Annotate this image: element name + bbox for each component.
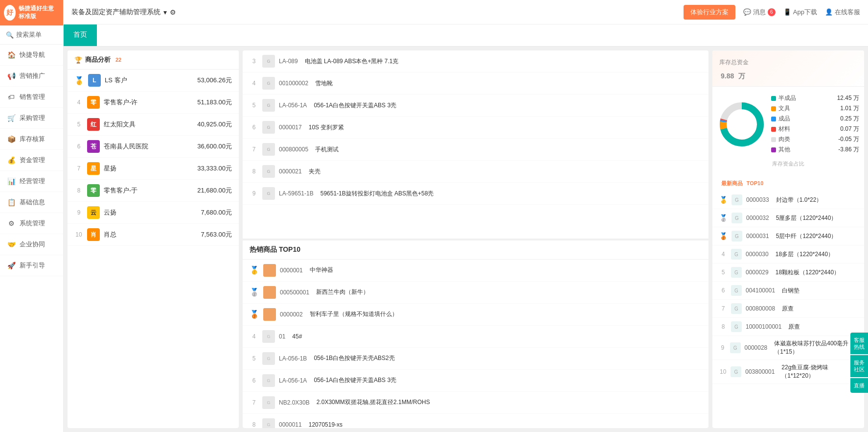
top-product-item[interactable]: 6 G 0000017 10S 变刹罗紧 (243, 117, 708, 139)
customer-item[interactable]: 8 零 零售客户-于 21,680.00元 (68, 180, 239, 202)
sidebar-search[interactable]: 🔍 搜索菜单 (0, 25, 63, 45)
logo-text: 畅捷通好生意 标准版 (19, 5, 59, 20)
top-product-item[interactable]: 7 G 000800005 手机测试 (243, 139, 708, 161)
sidebar-item-finance[interactable]: 💰资金管理 (0, 150, 63, 171)
legend-value: -0.05 万 (838, 135, 859, 144)
hot-rank-number: 6 (250, 377, 258, 384)
sidebar-item-operation[interactable]: 📊经营管理 (0, 171, 63, 192)
rank-number: 7 (74, 165, 83, 172)
sidebar-item-marketing[interactable]: 📢营销推广 (0, 66, 63, 87)
customer-item[interactable]: 6 苍 苍南县人民医院 36,600.00元 (68, 136, 239, 158)
product-rank: 6 (250, 124, 258, 131)
sidebar-item-enterprise[interactable]: 🤝企业协同 (0, 234, 63, 255)
notification-btn[interactable]: 💬 消息 6 (743, 8, 776, 17)
hot-products-title: 热销商品 TOP10 (243, 240, 708, 260)
product-name: 电池盖 LA-089 ABS本色+黑种 7.1克 (305, 57, 399, 66)
np-rank-number: 5 (719, 269, 727, 276)
np-product-image: G (731, 303, 742, 314)
new-product-item[interactable]: 6 G 004100001 白钢垫 (712, 282, 864, 300)
notification-label: 消息 (753, 8, 766, 17)
sidebar-logo: 好 畅捷通好生意 标准版 (0, 0, 63, 25)
top-product-item[interactable]: 4 G 001000002 雪地靴 (243, 72, 708, 95)
new-products-header: 最新商品 TOP10 (712, 175, 864, 191)
np-product-code: 0000028 (745, 344, 768, 351)
np-product-code: 004100001 (746, 287, 775, 294)
customer-item[interactable]: 🥇 L LS 客户 53,006.26元 (68, 70, 239, 92)
customer-name: 零售客户-于 (104, 186, 193, 195)
customer-list: 🥇 L LS 客户 53,006.26元 4 零 零售客户-许 51,183.0… (68, 70, 239, 428)
hot-product-item[interactable]: 5 G LA-056-1B 056-1B白色按键开关壳ABS2壳 (243, 348, 708, 370)
legend-dot (771, 147, 776, 152)
hot-product-item[interactable]: 6 G LA-056-1A 056-1A白色按键开关盖ABS 3壳 (243, 370, 708, 392)
sidebar-item-inventory[interactable]: 📦库存核算 (0, 129, 63, 150)
settings-icon[interactable]: ⚙ (170, 8, 176, 16)
new-product-item[interactable]: 🥈 G 0000032 5厘多层（1220*2440） (712, 209, 864, 227)
new-product-item[interactable]: 8 G 10000100001 原查 (712, 318, 864, 336)
new-product-item[interactable]: 🥇 G 0000033 封边带（1.0*22） (712, 191, 864, 209)
new-product-item[interactable]: 🥉 G 0000031 5层中纤（1220*2440） (712, 227, 864, 245)
sidebar-item-guide[interactable]: 🚀新手引导 (0, 255, 63, 276)
top-product-item[interactable]: 9 G LA-59651-1B 59651-1B旋转投影灯电池盒 ABS黑色+5… (243, 183, 708, 205)
sidebar-item-purchase[interactable]: 🛒采购管理 (0, 108, 63, 129)
hot-product-item[interactable]: 🥇 0000001 中华神器 (243, 260, 708, 282)
legend-dot (771, 137, 776, 142)
sidebar-item-quick-nav[interactable]: 🏠快捷导航 (0, 45, 63, 66)
customer-name: LS 客户 (105, 76, 193, 85)
customer-avatar: 红 (87, 118, 100, 131)
app-download-btn[interactable]: 📱 App下载 (783, 8, 817, 17)
online-service-label: 在线客服 (835, 8, 860, 17)
inventory-value-unit: 万 (738, 72, 745, 80)
hot-product-item[interactable]: 🥈 000500001 新西兰牛肉（新牛） (243, 282, 708, 304)
product-rank: 7 (250, 146, 258, 153)
np-product-code: 0000029 (746, 269, 769, 276)
top-product-item[interactable]: 5 G LA-056-1A 056-1A白色按键开关盖ABS 3壳 (243, 95, 708, 117)
customer-item[interactable]: 5 红 红太阳文具 40,925.00元 (68, 114, 239, 136)
new-product-item[interactable]: 7 G 000800008 原查 (712, 300, 864, 318)
hot-rank-number: 4 (250, 333, 258, 340)
top-product-item[interactable]: 8 G 0000021 夹壳 (243, 161, 708, 183)
rank-number: 5 (74, 121, 83, 128)
new-product-item[interactable]: 5 G 0000029 18颗粒板（1220*2440） (712, 264, 864, 282)
np-product-image: G (731, 285, 742, 296)
hot-product-item[interactable]: 8 G 0000011 12070519-xs (243, 414, 708, 429)
hot-product-item[interactable]: 7 G NB2.0X30B 2.0X30MM双搓花轴,搓花直径2.1MM/ROH… (243, 392, 708, 414)
tab-home[interactable]: 首页 (64, 24, 97, 46)
tab-nav: 首页 (64, 24, 868, 47)
inventory-value-num: 9.88 (721, 72, 734, 80)
notification-badge: 6 (768, 8, 776, 16)
np-product-image: G (731, 194, 742, 205)
product-rank: 9 (250, 190, 258, 197)
product-image: G (262, 99, 275, 112)
hot-product-item[interactable]: 4 G 01 45# (243, 326, 708, 348)
nav-list: 🏠快捷导航📢营销推广🏷销售管理🛒采购管理📦库存核算💰资金管理📊经营管理📋基础信息… (0, 45, 63, 276)
online-service-btn[interactable]: 👤 在线客服 (825, 8, 860, 17)
product-name: 10S 变刹罗紧 (309, 123, 344, 132)
customer-item[interactable]: 4 零 零售客户-许 51,183.00元 (68, 92, 239, 114)
sidebar-item-sales[interactable]: 🏷销售管理 (0, 87, 63, 108)
customer-item[interactable]: 9 云 云扬 7,680.00元 (68, 202, 239, 224)
customer-item[interactable]: 10 肖 肖总 7,563.00元 (68, 224, 239, 246)
np-product-name: 5厘多层（1220*2440） (776, 214, 837, 222)
np-product-name: 18多层（1220*2440） (776, 250, 834, 259)
new-product-item[interactable]: 9 G 0000028 体崴嘉枚味苏打饮品400毫升（1*15） (712, 336, 864, 360)
hot-product-item[interactable]: 🥉 0000002 智利车子里（规格不知道填什么） (243, 304, 708, 326)
new-product-item[interactable]: 10 G 003800001 22g鱼豆腐·烧烤味（1*12*20） (712, 360, 864, 384)
float-btn-community[interactable]: 服务社区 (850, 355, 868, 377)
float-btn-live[interactable]: 直播 (850, 378, 868, 393)
new-product-item[interactable]: 4 G 0000030 18多层（1220*2440） (712, 245, 864, 264)
hot-product-name: 056-1A白色按键开关盖ABS 3壳 (314, 376, 396, 384)
customer-name: 红太阳文具 (104, 120, 193, 129)
hot-product-name: 056-1B白色按键开关壳ABS2壳 (314, 354, 394, 362)
product-image: G (262, 121, 275, 134)
customers-panel-count: 22 (115, 57, 121, 63)
sidebar-item-system[interactable]: ⚙系统管理 (0, 213, 63, 234)
trial-button[interactable]: 体验行业方案 (684, 5, 735, 20)
top-product-item[interactable]: 3 G LA-089 电池盖 LA-089 ABS本色+黑种 7.1克 (243, 50, 708, 72)
customer-item[interactable]: 7 星 星扬 33,333.00元 (68, 158, 239, 180)
customer-amount: 53,006.26元 (197, 76, 232, 85)
float-btn-hotline[interactable]: 客服热线 (850, 333, 868, 355)
np-product-image: G (731, 267, 742, 278)
donut-svg-container (717, 100, 766, 150)
sidebar-item-basics[interactable]: 📋基础信息 (0, 192, 63, 213)
chevron-down-icon[interactable]: ▾ (163, 8, 167, 16)
